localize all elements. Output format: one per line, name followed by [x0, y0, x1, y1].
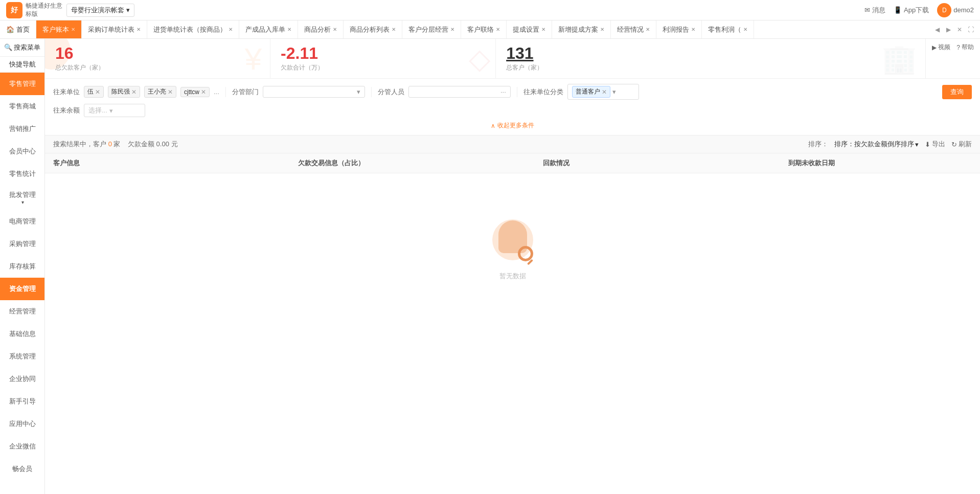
remove-tag-wu[interactable]: ✕	[95, 88, 100, 96]
tab-product-analysis[interactable]: 商品分析 ✕	[298, 20, 344, 39]
sidebar-item-marketing[interactable]: 营销推广	[0, 118, 44, 140]
user-menu[interactable]: D demo2	[937, 3, 974, 17]
sidebar-item-new-guide[interactable]: 新手引导	[0, 390, 44, 413]
close-icon[interactable]: ✕	[392, 27, 396, 32]
sidebar-item-purchase-mgmt[interactable]: 采购管理	[0, 233, 44, 255]
filter-area: 往来单位 伍 ✕ 陈民强 ✕ 王小亮 ✕ cjttcw ✕ ...	[45, 78, 980, 135]
tab-customer-contact[interactable]: 客户联络 ✕	[461, 20, 507, 39]
export-button[interactable]: ⬇ 导出	[925, 140, 945, 149]
collapse-button[interactable]: ∧ 收起更多条件	[53, 121, 972, 130]
avatar: D	[937, 3, 951, 17]
filter-tag-wu[interactable]: 伍 ✕	[84, 86, 104, 98]
tab-scroll-left[interactable]: ◀	[932, 25, 942, 35]
topbar-left: 好 畅捷通好生意 标版 母婴行业演示帐套 ▾	[6, 2, 134, 18]
tab-retail-profit[interactable]: 零售利润（ ✕	[702, 20, 754, 39]
chevron-down-icon: ▾	[612, 88, 616, 96]
help-icon: ?	[956, 44, 960, 51]
close-icon[interactable]: ✕	[600, 27, 604, 32]
remove-tag-chenminqiang[interactable]: ✕	[131, 88, 136, 96]
filter-tag-chenminqiang[interactable]: 陈民强 ✕	[108, 86, 140, 98]
sidebar-item-inventory-check[interactable]: 库存核算	[0, 255, 44, 278]
remove-tag-wangxiaoliang[interactable]: ✕	[168, 88, 173, 96]
sidebar-quick-nav[interactable]: 快捷导航	[0, 57, 44, 73]
refresh-button[interactable]: ↻ 刷新	[951, 140, 972, 149]
stat-total-value: 131	[506, 45, 533, 61]
sidebar-item-capital-mgmt[interactable]: 资金管理	[0, 278, 44, 300]
help-button[interactable]: ? 帮助	[956, 43, 974, 52]
stat-total-customers: 🏢 131 总客户（家）	[496, 39, 926, 78]
tab-product-in[interactable]: 产成品入库单 ✕	[239, 20, 298, 39]
store-selector[interactable]: 母婴行业演示帐套 ▾	[66, 4, 134, 17]
sidebar-item-app-center[interactable]: 应用中心	[0, 413, 44, 435]
sidebar-item-retail-mall[interactable]: 零售商城	[0, 95, 44, 118]
filter-tag-cjttcw[interactable]: cjttcw ✕	[180, 87, 210, 97]
filter-more-tags[interactable]: ...	[214, 88, 219, 96]
tab-actions: ◀ ▶ ✕ ⛶	[928, 25, 980, 35]
filter-tag-normal-customer[interactable]: 普通客户 ✕	[572, 86, 610, 98]
chevron-up-icon: ∧	[491, 122, 495, 129]
sidebar-item-operation-mgmt[interactable]: 经营管理	[0, 300, 44, 323]
tab-new-raise[interactable]: 新增提成方案 ✕	[552, 20, 611, 39]
remove-tag-cjttcw[interactable]: ✕	[201, 88, 206, 96]
sidebar-item-member-center[interactable]: 会员中心	[0, 140, 44, 163]
close-icon[interactable]: ✕	[743, 27, 747, 32]
filter-unit-class-dropdown[interactable]: 普通客户 ✕ ▾	[567, 84, 639, 100]
filter-divider	[225, 87, 226, 97]
tab-purchase-order[interactable]: 采购订单统计表 ✕	[82, 20, 147, 39]
tab-home[interactable]: 🏠 首页	[0, 20, 36, 39]
tab-profit-report[interactable]: 利润报告 ✕	[656, 20, 702, 39]
home-icon: 🏠	[6, 26, 14, 33]
message-button[interactable]: ✉ 消息	[864, 6, 885, 15]
sidebar-item-retail-mgmt[interactable]: 零售管理	[0, 73, 44, 95]
bg-diamond-icon: ◇	[469, 42, 490, 75]
tab-business-status[interactable]: 经营情况 ✕	[611, 20, 656, 39]
app-download-button[interactable]: 📱 App下载	[894, 6, 929, 15]
stat-customers-label: 总欠款客户（家）	[55, 63, 104, 72]
sidebar-item-basic-info[interactable]: 基础信息	[0, 323, 44, 345]
sidebar-item-enterprise-coop[interactable]: 企业协同	[0, 368, 44, 390]
close-icon[interactable]: ✕	[71, 27, 75, 32]
col-due-date: 到期未收款日期	[788, 159, 972, 168]
logo-icon: 好	[6, 2, 22, 18]
close-icon[interactable]: ✕	[136, 27, 141, 32]
ellipsis-icon: ···	[500, 88, 506, 96]
tab-scroll-right[interactable]: ▶	[943, 25, 953, 35]
close-icon[interactable]: ✕	[541, 27, 545, 32]
sidebar-item-system-mgmt[interactable]: 系统管理	[0, 345, 44, 368]
col-repayment: 回款情况	[543, 159, 788, 168]
close-icon[interactable]: ✕	[496, 27, 500, 32]
tab-maximize[interactable]: ⛶	[966, 25, 976, 35]
sidebar-item-retail-stats[interactable]: 零售统计	[0, 163, 44, 185]
sidebar-item-vip-member[interactable]: 畅会员	[0, 458, 44, 480]
filter-tag-wangxiaoliang[interactable]: 王小亮 ✕	[144, 86, 176, 98]
sidebar-search[interactable]: 🔍 搜索菜单	[0, 39, 44, 57]
close-icon[interactable]: ✕	[450, 27, 454, 32]
tab-customer-account[interactable]: 客户账本 ✕	[36, 20, 82, 39]
sidebar-item-ecommerce-mgmt[interactable]: 电商管理	[0, 210, 44, 233]
sort-selector[interactable]: 排序：按欠款金额倒序排序 ▾	[834, 140, 919, 149]
tab-close-all[interactable]: ✕	[954, 25, 965, 35]
message-icon: ✉	[864, 6, 870, 14]
remove-tag-normal[interactable]: ✕	[602, 88, 607, 96]
query-button[interactable]: 查询	[942, 85, 972, 99]
close-icon[interactable]: ✕	[229, 27, 233, 32]
table-empty: 暂无数据	[45, 173, 980, 322]
filter-balance-dropdown[interactable]: 选择... ▾	[84, 104, 145, 117]
sidebar-item-enterprise-wechat[interactable]: 企业微信	[0, 435, 44, 458]
tab-customer-layer[interactable]: 客户分层经营 ✕	[402, 20, 461, 39]
filter-dept-dropdown[interactable]: ▾	[263, 86, 365, 98]
stat-total-label: 总客户（家）	[506, 63, 543, 72]
tab-raise-settings[interactable]: 提成设置 ✕	[507, 20, 552, 39]
filter-person-dropdown[interactable]: ···	[408, 86, 511, 98]
close-icon[interactable]: ✕	[333, 27, 337, 32]
close-icon[interactable]: ✕	[287, 27, 291, 32]
close-icon[interactable]: ✕	[646, 27, 650, 32]
close-icon[interactable]: ✕	[691, 27, 695, 32]
tab-product-analysis-list[interactable]: 商品分析列表 ✕	[344, 20, 402, 39]
refresh-icon: ↻	[951, 141, 957, 148]
chevron-down-icon: ▾	[915, 141, 919, 148]
topbar: 好 畅捷通好生意 标版 母婴行业演示帐套 ▾ ✉ 消息 📱 App下载 D de…	[0, 0, 980, 20]
tab-stock-stat[interactable]: 进货单统计表（按商品） ✕	[147, 20, 239, 39]
video-button[interactable]: ▶ 视频	[932, 43, 950, 52]
sidebar-item-wholesale-mgmt[interactable]: 批发管理 ▾	[0, 185, 44, 210]
